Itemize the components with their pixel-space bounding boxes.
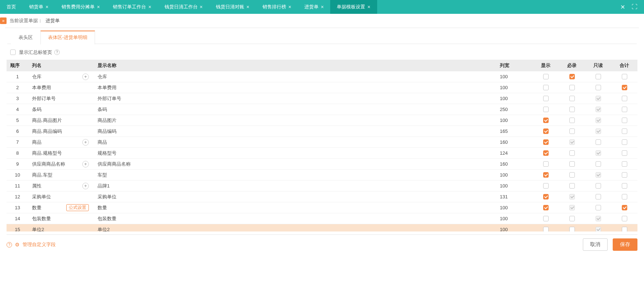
cell-width[interactable]: 165 — [496, 128, 533, 134]
cell-total-checkbox[interactable] — [622, 128, 627, 134]
cell-required-checkbox[interactable] — [569, 161, 575, 167]
cell-readonly-checkbox[interactable] — [596, 183, 601, 189]
close-icon[interactable]: × — [367, 4, 370, 10]
formula-button[interactable]: 公式设置 — [66, 204, 89, 211]
table-row[interactable]: 11属性+品牌1100 — [7, 181, 637, 191]
manage-custom-fields-link[interactable]: 管理自定义字段 — [23, 241, 56, 248]
table-row[interactable]: 7商品+商品160 — [7, 137, 637, 148]
breadcrumb-chevron-icon[interactable]: » — [0, 17, 7, 24]
cell-required-checkbox[interactable] — [569, 128, 575, 134]
cell-dispname[interactable]: 单位2 — [94, 226, 496, 232]
cell-width[interactable]: 100 — [496, 74, 533, 79]
cell-show-checkbox[interactable] — [543, 194, 549, 199]
close-icon[interactable]: × — [97, 4, 100, 10]
cell-total-checkbox[interactable] — [622, 161, 627, 167]
top-tab-8[interactable]: 单据模板设置× — [330, 0, 377, 14]
cell-total-checkbox[interactable] — [622, 227, 627, 231]
cell-total-checkbox[interactable] — [622, 183, 627, 189]
close-icon[interactable]: × — [321, 4, 324, 10]
cell-readonly-checkbox[interactable] — [596, 85, 601, 90]
cell-width[interactable]: 100 — [496, 172, 533, 178]
table-row[interactable]: 2本单费用本单费用100 — [7, 82, 637, 93]
expand-icon[interactable]: ⛶ — [632, 4, 637, 10]
add-icon[interactable]: + — [82, 74, 89, 80]
cell-dispname[interactable]: 本单费用 — [94, 84, 496, 91]
cell-show-checkbox[interactable] — [543, 227, 549, 231]
cell-dispname[interactable]: 品牌1 — [94, 183, 496, 189]
table-row[interactable]: 15单位2单位2100 — [7, 224, 637, 231]
cell-dispname[interactable]: 规格型号 — [94, 150, 496, 157]
cell-dispname[interactable]: 供应商商品名称 — [94, 161, 496, 167]
table-row[interactable]: 8商品.规格型号规格型号124 — [7, 148, 637, 159]
cell-show-checkbox[interactable] — [543, 85, 549, 90]
cell-total-checkbox[interactable] — [622, 139, 627, 145]
top-tab-1[interactable]: 销货单× — [23, 0, 55, 14]
cell-total-checkbox[interactable] — [622, 96, 627, 101]
cell-show-checkbox[interactable] — [543, 183, 549, 189]
add-icon[interactable]: + — [82, 139, 89, 146]
cell-readonly-checkbox[interactable] — [596, 205, 601, 210]
summary-checkbox[interactable] — [10, 50, 16, 55]
table-row[interactable]: 14包装数量包装数量100 — [7, 213, 637, 224]
cell-dispname[interactable]: 条码 — [94, 106, 496, 113]
cell-readonly-checkbox[interactable] — [596, 161, 601, 167]
cell-total-checkbox[interactable] — [622, 205, 627, 210]
table-row[interactable]: 4条码条码250 — [7, 104, 637, 115]
table-row[interactable]: 6商品.商品编码商品编码165 — [7, 126, 637, 137]
save-button[interactable]: 保存 — [613, 238, 637, 251]
close-icon[interactable]: × — [288, 4, 291, 10]
cell-width[interactable]: 131 — [496, 194, 533, 199]
cell-total-checkbox[interactable] — [622, 118, 627, 123]
cell-show-checkbox[interactable] — [543, 96, 549, 101]
footer-help-icon[interactable]: ? — [7, 242, 12, 248]
cell-total-checkbox[interactable] — [622, 107, 627, 112]
cell-width[interactable]: 160 — [496, 161, 533, 167]
top-tab-2[interactable]: 销售费用分摊单× — [55, 0, 106, 14]
cell-dispname[interactable]: 商品 — [94, 139, 496, 146]
cell-show-checkbox[interactable] — [543, 107, 549, 112]
cell-show-checkbox[interactable] — [543, 139, 549, 145]
cell-total-checkbox[interactable] — [622, 216, 627, 221]
top-tab-0[interactable]: 首页 — [0, 0, 23, 14]
cell-width[interactable]: 100 — [496, 216, 533, 221]
cell-width[interactable]: 100 — [496, 205, 533, 210]
inner-tab-0[interactable]: 表头区 — [11, 31, 40, 44]
cell-width[interactable]: 100 — [496, 227, 533, 231]
cell-dispname[interactable]: 数量 — [94, 205, 496, 211]
cell-show-checkbox[interactable] — [543, 205, 549, 210]
cell-width[interactable]: 250 — [496, 107, 533, 112]
cell-show-checkbox[interactable] — [543, 216, 549, 221]
cell-readonly-checkbox[interactable] — [596, 74, 601, 79]
table-row[interactable]: 9供应商商品名称+供应商商品名称160 — [7, 159, 637, 170]
cell-dispname[interactable]: 包装数量 — [94, 215, 496, 222]
cell-dispname[interactable]: 商品编码 — [94, 128, 496, 135]
inner-tab-1[interactable]: 表体区-进货单明细 — [40, 31, 95, 44]
summary-help-icon[interactable]: ? — [54, 50, 60, 55]
cell-total-checkbox[interactable] — [622, 194, 627, 199]
add-icon[interactable]: + — [82, 161, 89, 167]
cell-width[interactable]: 100 — [496, 118, 533, 123]
table-row[interactable]: 10商品.车型车型100 — [7, 170, 637, 181]
cell-show-checkbox[interactable] — [543, 172, 549, 178]
cell-width[interactable]: 160 — [496, 139, 533, 145]
cell-dispname[interactable]: 车型 — [94, 172, 496, 178]
cell-required-checkbox[interactable] — [569, 172, 575, 178]
cell-width[interactable]: 100 — [496, 96, 533, 101]
cell-dispname[interactable]: 商品图片 — [94, 117, 496, 124]
cell-total-checkbox[interactable] — [622, 85, 627, 90]
cell-dispname[interactable]: 仓库 — [94, 74, 496, 80]
cell-readonly-checkbox[interactable] — [596, 139, 601, 145]
cell-show-checkbox[interactable] — [543, 118, 549, 123]
cell-total-checkbox[interactable] — [622, 150, 627, 156]
cell-width[interactable]: 100 — [496, 183, 533, 189]
close-icon[interactable]: × — [148, 4, 151, 10]
top-tab-3[interactable]: 销售订单工作台× — [106, 0, 158, 14]
cell-show-checkbox[interactable] — [543, 150, 549, 156]
cell-required-checkbox[interactable] — [569, 74, 575, 79]
close-icon[interactable]: × — [200, 4, 203, 10]
close-icon[interactable]: × — [46, 4, 48, 10]
cell-show-checkbox[interactable] — [543, 128, 549, 134]
table-row[interactable]: 13数量公式设置数量100 — [7, 202, 637, 213]
cell-dispname[interactable]: 外部订单号 — [94, 95, 496, 102]
cell-dispname[interactable]: 采购单位 — [94, 194, 496, 200]
